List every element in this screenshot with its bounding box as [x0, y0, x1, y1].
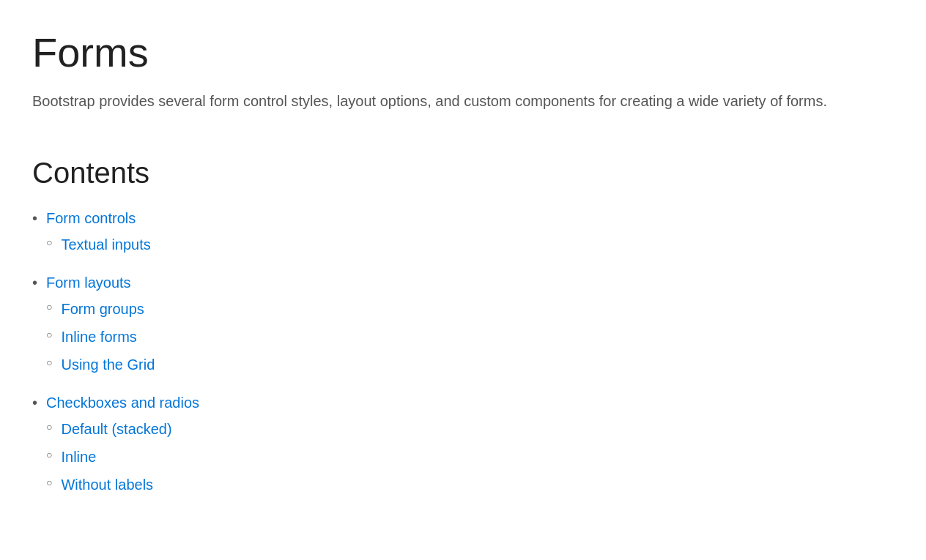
using-the-grid-link[interactable]: Using the Grid [61, 354, 155, 376]
sub-list-item: ○ Inline forms [46, 326, 155, 348]
bullet-secondary: ○ [46, 298, 52, 316]
inline-forms-link[interactable]: Inline forms [61, 326, 136, 348]
page-title: Forms [32, 29, 894, 76]
list-item: • Form controls ○ Textual inputs [32, 207, 894, 264]
textual-inputs-link[interactable]: Textual inputs [61, 234, 150, 255]
bullet-secondary: ○ [46, 326, 52, 344]
sub-list-item: ○ Textual inputs [46, 234, 151, 255]
list-item: • Form layouts ○ Form groups ○ Inline fo… [32, 272, 894, 384]
bullet-secondary: ○ [46, 446, 52, 464]
bullet-primary: • [32, 392, 37, 414]
sub-list: ○ Default (stacked) ○ Inline ○ Without l… [46, 418, 199, 501]
bullet-secondary: ○ [46, 354, 52, 372]
bullet-primary: • [32, 207, 37, 229]
bullet-secondary: ○ [46, 474, 52, 492]
contents-list: • Form controls ○ Textual inputs • Form … [32, 207, 894, 504]
bullet-primary: • [32, 272, 37, 294]
list-item: • Checkboxes and radios ○ Default (stack… [32, 392, 894, 504]
sub-list-item: ○ Without labels [46, 474, 199, 496]
bullet-secondary: ○ [46, 234, 52, 252]
checkboxes-radios-link[interactable]: Checkboxes and radios [46, 392, 199, 414]
form-controls-link[interactable]: Form controls [46, 207, 151, 229]
form-layouts-link[interactable]: Form layouts [46, 272, 155, 294]
contents-heading: Contents [32, 157, 894, 190]
sub-list-item: ○ Inline [46, 446, 199, 468]
sub-list-item: ○ Using the Grid [46, 354, 155, 376]
default-stacked-link[interactable]: Default (stacked) [61, 418, 171, 440]
page-description: Bootstrap provides several form control … [32, 89, 838, 113]
inline-link[interactable]: Inline [61, 446, 96, 468]
sub-list: ○ Form groups ○ Inline forms ○ Using the… [46, 298, 155, 381]
without-labels-link[interactable]: Without labels [61, 474, 153, 496]
sub-list: ○ Textual inputs [46, 234, 151, 261]
bullet-secondary: ○ [46, 418, 52, 436]
sub-list-item: ○ Form groups [46, 298, 155, 320]
sub-list-item: ○ Default (stacked) [46, 418, 199, 440]
form-groups-link[interactable]: Form groups [61, 298, 144, 320]
